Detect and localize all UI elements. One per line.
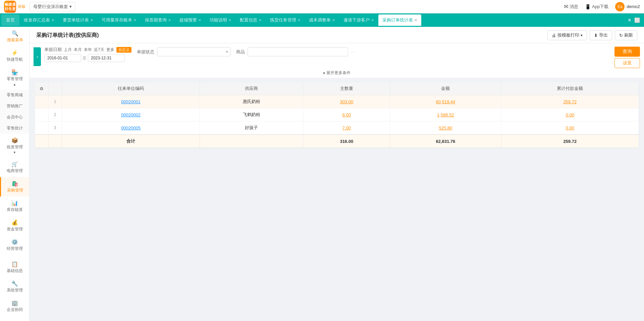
filter-toggle-btn[interactable]: › (34, 47, 41, 66)
sidebar-item-operation[interactable]: ⚙️ 经营管理 (0, 235, 29, 255)
table-footer-row: 合计 316.00 62,631.76 259.72 (35, 135, 639, 148)
tab-available-inventory[interactable]: 可用量库存账本✕ (98, 14, 141, 26)
td-amount-2[interactable]: 1,586.52 (390, 108, 501, 121)
td-rownum-1: 1 (48, 95, 62, 108)
print-icon: 🖨 (552, 33, 556, 38)
date-shortcut-this-year[interactable]: 本年 (84, 47, 92, 53)
td-quantity-2[interactable]: 6.00 (303, 108, 390, 121)
td-quantity-1[interactable]: 303.00 (303, 95, 390, 108)
sidebar-item-inventory[interactable]: 📊 库存核算 (0, 197, 29, 216)
expand-icon: ▾ (323, 71, 325, 75)
td-supplier-code-2[interactable]: 00020002 (62, 108, 200, 121)
setting-btn[interactable]: 设置 (614, 58, 640, 68)
tab-config[interactable]: 配置信息✕ (236, 14, 266, 26)
td-footer-quantity: 316.00 (303, 135, 390, 148)
sidebar-item-member[interactable]: 会员中心 (0, 112, 29, 123)
status-select[interactable] (157, 47, 231, 56)
sidebar-item-enterprise[interactable]: 🏢 企业协同 (0, 297, 29, 316)
td-paid-1[interactable]: 259.72 (501, 95, 639, 108)
sidebar-item-basic-info[interactable]: 📋 基础信息 (0, 258, 29, 277)
wholesale-icon: 📦 (11, 137, 18, 144)
message-btn[interactable]: ✉ 消息 (564, 3, 578, 10)
message-label: 消息 (570, 4, 578, 10)
sidebar-item-finance[interactable]: 💰 资金管理 (0, 216, 29, 235)
sidebar-inventory-label: 库存核算 (7, 207, 23, 213)
tab-function-desc[interactable]: 功能说明✕ (206, 14, 235, 26)
td-settings-3 (35, 121, 48, 135)
td-paid-2[interactable]: 0.00 (501, 108, 639, 121)
custom-badge[interactable]: 自定义 (116, 47, 131, 53)
message-icon: ✉ (564, 3, 568, 10)
sidebar-item-new-guide[interactable]: 🆕 新手引导 (0, 319, 29, 321)
export-label: 导出 (599, 32, 608, 38)
goods-input[interactable] (248, 47, 348, 56)
sidebar-item-system[interactable]: 🔧 系统管理 (0, 277, 29, 297)
date-label: 单据日期 (44, 47, 62, 53)
td-supplier-code-1[interactable]: 00020001 (62, 95, 200, 108)
sidebar-item-retail[interactable]: 🏪 零售管理 ▲ (0, 66, 29, 90)
date-to-input[interactable] (88, 54, 125, 62)
tab-receive-summary[interactable]: 收发存汇总表✕ (20, 14, 58, 26)
td-amount-3[interactable]: 525.80 (390, 121, 501, 135)
print-btn[interactable]: 🖨 按模板打印 ▾ (547, 30, 587, 40)
sidebar-search-label: 搜索菜单 (7, 37, 23, 43)
sidebar-system-label: 系统管理 (7, 287, 23, 293)
td-supplier-code-3[interactable]: 00020005 (62, 121, 200, 135)
main-layout: 🔍 搜索菜单 ⚡ 快捷导航 🏪 零售管理 ▲ 零售商城 营销推广 会员中心 零售… (0, 27, 644, 321)
logo-area: 畅捷通好生意 标版 (4, 1, 25, 13)
sidebar-item-retail-store[interactable]: 零售商城 (0, 90, 29, 101)
sidebar-enterprise-label: 企业协同 (7, 307, 23, 313)
search-btn[interactable]: 查询 (614, 47, 640, 57)
settings-icon[interactable]: ⚙ (40, 86, 44, 91)
logo-icon: 畅捷通好生意 (4, 1, 16, 13)
ecommerce-icon: 🛒 (11, 161, 18, 167)
sidebar-item-wholesale[interactable]: 📦 批发管理 ▼ (0, 134, 29, 158)
export-btn[interactable]: ⬇ 导出 (590, 30, 612, 40)
wholesale-expand-icon: ▼ (13, 151, 16, 154)
sidebar-item-purchase[interactable]: 🛍️ 采购管理 (0, 177, 29, 197)
td-paid-3[interactable]: 0.00 (501, 121, 639, 135)
tab-overstock[interactable]: 超储预警✕ (175, 14, 205, 26)
td-settings-2 (35, 108, 48, 121)
th-quantity: 主数量 (303, 82, 390, 95)
tab-requisition-summary[interactable]: 要货单统计表✕ (59, 14, 97, 26)
tab-cost-adjust[interactable]: 成本调整单✕ (305, 14, 339, 26)
date-shortcut-this-month[interactable]: 本月 (74, 47, 82, 53)
sidebar-item-marketing[interactable]: 营销推广 (0, 101, 29, 112)
date-shortcut-7days[interactable]: 近7天 (94, 47, 104, 53)
nav-close-icon[interactable]: ✕ (628, 17, 632, 23)
tab-shelf-life[interactable]: 保质期查询✕ (141, 14, 175, 26)
date-shortcut-more[interactable]: 更多 (106, 47, 114, 53)
workspace-selector[interactable]: 母婴行业演示账套 ▾ (30, 2, 75, 11)
avatar-initial: Ea (618, 4, 623, 9)
td-quantity-3[interactable]: 7.00 (303, 121, 390, 135)
nav-restore-icon[interactable]: ⬜ (634, 17, 640, 23)
sidebar-item-retail-stats[interactable]: 零售统计 (0, 123, 29, 134)
refresh-btn[interactable]: ↻ 刷新 (615, 30, 637, 40)
date-shortcut-prev-month[interactable]: 上月 (64, 47, 72, 53)
sidebar-basicinfo-label: 基础信息 (7, 268, 23, 274)
sidebar-item-quick-nav[interactable]: ⚡ 快捷导航 (0, 46, 29, 66)
tab-invite-downstream[interactable]: 邀请下游客户✕ (339, 14, 378, 26)
goods-more-icon[interactable]: ··· (351, 49, 355, 55)
sidebar-ecommerce-label: 电商管理 (7, 168, 23, 174)
sidebar-item-search[interactable]: 🔍 搜索菜单 (0, 27, 29, 46)
tab-picking-task[interactable]: 拣货任务管理✕ (266, 14, 305, 26)
user-area[interactable]: Ea demo2 (615, 2, 640, 11)
table-header-row: ⚙ 往来单位编码 供应商 主数量 金额 累计付款金额 (35, 82, 639, 95)
date-from-input[interactable] (44, 54, 81, 62)
tab-purchase-summary-active[interactable]: 采购订单统计表 ✕ (378, 14, 421, 26)
sidebar-item-ecommerce[interactable]: 🛒 电商管理 (0, 158, 29, 177)
td-footer-rownum (48, 135, 62, 148)
td-amount-1[interactable]: 60,519.44 (390, 95, 501, 108)
expand-more-btn[interactable]: ▾ 展开更多条件 (323, 70, 351, 76)
sidebar-retailstore-label: 零售商城 (7, 92, 23, 98)
sidebar-member-label: 会员中心 (7, 114, 23, 120)
refresh-label: 刷新 (624, 32, 633, 38)
app-download-btn[interactable]: 📱 App下载 (585, 4, 608, 10)
logo-text: 标版 (18, 4, 25, 9)
nav-tabs-list: 首页 收发存汇总表✕ 要货单统计表✕ 可用量库存账本✕ 保质期查询✕ 超储预警✕… (1, 14, 625, 26)
tab-home[interactable]: 首页 (1, 14, 19, 26)
purchase-icon: 🛍️ (12, 180, 18, 187)
td-rownum-3: 3 (48, 121, 62, 135)
